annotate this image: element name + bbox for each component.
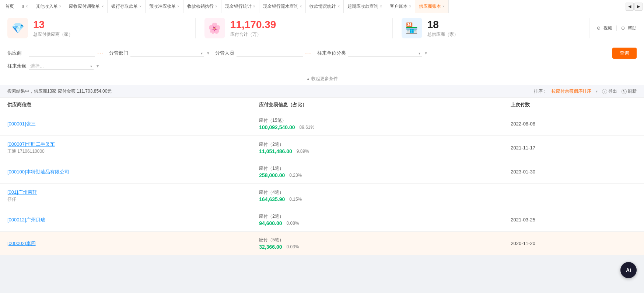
- table-row: [000012]广州贝瑞 应付（2笔） 94,600.00 0.08% 2021…: [0, 208, 644, 232]
- nav-tab-label: 首页: [5, 3, 14, 10]
- person-dots-btn[interactable]: ···: [305, 50, 311, 56]
- tx-amount[interactable]: 258,000.00: [259, 172, 285, 178]
- nav-tab-close[interactable]: ×: [409, 4, 411, 8]
- refresh-button[interactable]: ↻ 刷新: [622, 88, 637, 94]
- tx-amount[interactable]: 164,635.90: [259, 196, 285, 202]
- nav-tab-close[interactable]: ×: [253, 4, 255, 8]
- top-navigation: 首页3×其他收入单×应收应付调整单×银行存取款单×预收冲应收单×收款核销执行×现…: [0, 0, 644, 13]
- nav-tab-close[interactable]: ×: [177, 4, 179, 8]
- supplier-link[interactable]: [000100]本特勤油品有限公司: [7, 169, 69, 175]
- nav-tab-label: 收款情况统计: [309, 3, 336, 10]
- summary-card-payable-suppliers: 💎 13 总应付供应商（家）: [7, 18, 196, 38]
- nav-tab-close[interactable]: ×: [442, 4, 445, 8]
- table-row: [001]广州荣轩 仔仔 应付（4笔） 164,635.90 0.15%: [0, 184, 644, 208]
- nav-tab-cash-bank-stat[interactable]: 现金银行统计×: [221, 0, 259, 13]
- payable-total-label: 应付合计（万）: [230, 31, 276, 38]
- supplier-cell: [000002]李四: [7, 240, 259, 247]
- nav-tab-label: 供应商账本: [419, 3, 441, 10]
- collapse-bar[interactable]: ▲ 收起更多条件: [7, 73, 637, 85]
- sort-value[interactable]: 按应付余额倒序排序: [552, 88, 591, 94]
- nav-tab-label: 其他收入单: [36, 3, 58, 10]
- supplier-cell: [000100]本特勤油品有限公司: [7, 169, 259, 175]
- tx-label: 应付（5笔）: [259, 237, 511, 243]
- tx-amount[interactable]: 94,600.00: [259, 220, 282, 226]
- supplier-dots-btn[interactable]: ···: [97, 50, 103, 56]
- col-header-supplier: 供应商信息: [7, 101, 259, 108]
- supplier-link[interactable]: [000002]李四: [7, 241, 36, 246]
- supplier-cell: [000012]广州贝瑞: [7, 217, 259, 223]
- category-input[interactable]: [348, 49, 422, 57]
- query-button[interactable]: 查询: [612, 48, 637, 59]
- balance-input[interactable]: [29, 62, 94, 70]
- payable-total-icon: 🌸: [204, 18, 225, 38]
- export-icon: ↑: [602, 89, 607, 94]
- tx-percent: 9.89%: [297, 149, 309, 154]
- nav-tab-payable-adj[interactable]: 应收应付调整单×: [65, 0, 108, 13]
- dept-select-wrapper: [130, 49, 204, 57]
- nav-tab-close[interactable]: ×: [59, 4, 62, 8]
- col-header-last-pay: 上次付数: [511, 101, 637, 108]
- person-input[interactable]: [237, 49, 303, 57]
- tx-cell: 应付（2笔） 11,051,486.00 9.89%: [259, 141, 511, 154]
- balance-filter-label: 往来余额: [7, 63, 27, 69]
- nav-tab-bank-deposit[interactable]: 银行存取款单×: [108, 0, 146, 13]
- nav-tab-close[interactable]: ×: [215, 4, 217, 8]
- supplier-input[interactable]: [29, 49, 95, 57]
- nav-tab-receipt-verify[interactable]: 收款核销执行×: [183, 0, 221, 13]
- nav-tab-close[interactable]: ×: [380, 4, 382, 8]
- dept-dropdown-icon[interactable]: ▾: [207, 51, 209, 56]
- help-icon: ⊙: [621, 25, 625, 31]
- balance-filter-item: 往来余额 ▾: [7, 62, 99, 70]
- category-dropdown-icon[interactable]: ▾: [425, 51, 427, 56]
- summary-bar: 💎 13 总应付供应商（家） 🌸 11,170.39 应付合计（万） 🏪 18 …: [0, 13, 644, 43]
- nav-tab-label: 现金银行统计: [225, 3, 252, 10]
- dept-input[interactable]: [130, 49, 204, 57]
- category-filter-label: 往来单位分类: [317, 50, 346, 56]
- nav-arrow-right[interactable]: ▶: [634, 3, 643, 11]
- sort-dropdown-icon[interactable]: ▾: [596, 89, 598, 93]
- supplier-link[interactable]: [000012]广州贝瑞: [7, 217, 45, 223]
- balance-dropdown-icon[interactable]: ▾: [97, 63, 99, 69]
- nav-tab-overdue-query[interactable]: 超期应收款查询×: [344, 0, 386, 13]
- tx-cell: 应付（5笔） 32,366.00 0.03%: [259, 237, 511, 250]
- tx-percent: 0.03%: [286, 244, 299, 249]
- result-actions: 排序： 按应付余额倒序排序 ▾ ↑ 导出 ↻ 刷新: [534, 88, 637, 94]
- nav-tab-cash-bank-flow[interactable]: 现金银行流水查询×: [259, 0, 306, 13]
- help-link[interactable]: 帮助: [628, 25, 637, 31]
- nav-tab-close[interactable]: ×: [300, 4, 302, 8]
- last-pay-cell: 2023-01-30: [511, 169, 637, 175]
- nav-tab-customer-acct[interactable]: 客户账本×: [386, 0, 415, 13]
- nav-tab-close[interactable]: ×: [337, 4, 340, 8]
- nav-tab-tab3[interactable]: 3×: [18, 0, 32, 13]
- video-link[interactable]: 视频: [603, 25, 612, 31]
- nav-tab-home[interactable]: 首页: [1, 0, 18, 13]
- tx-amount[interactable]: 32,366.00: [259, 244, 282, 250]
- nav-tab-label: 银行存取款单: [111, 3, 138, 10]
- nav-tab-supplier-acct[interactable]: 供应商账本×: [415, 0, 449, 13]
- nav-tab-receipt-stat[interactable]: 收款情况统计×: [306, 0, 344, 13]
- supplier-link[interactable]: [000007]恒旺二手叉车: [7, 141, 55, 147]
- last-pay-cell: 2020-11-20: [511, 241, 637, 246]
- export-button[interactable]: ↑ 导出: [602, 88, 617, 94]
- nav-tab-close[interactable]: ×: [26, 4, 28, 8]
- summary-card-total-suppliers: 🏪 18 总供应商（家）: [393, 18, 590, 38]
- category-filter-item: 往来单位分类 ▾: [317, 49, 427, 57]
- sort-label: 排序：: [534, 88, 547, 94]
- tx-amount[interactable]: 11,051,486.00: [259, 148, 292, 154]
- nav-tab-other-income[interactable]: 其他收入单×: [32, 0, 66, 13]
- nav-arrow-left[interactable]: ◀: [626, 3, 634, 11]
- tx-amount[interactable]: 100,092,540.00: [259, 124, 295, 130]
- refresh-label: 刷新: [628, 88, 637, 94]
- tx-percent: 89.61%: [300, 125, 315, 130]
- table-body: [000001]张三 应付（15笔） 100,092,540.00 89.61%…: [0, 112, 644, 255]
- supplier-link[interactable]: [000001]张三: [7, 121, 36, 127]
- supplier-sub: 王通 17106110000: [7, 148, 259, 155]
- tx-cell: 应付（1笔） 258,000.00 0.23%: [259, 165, 511, 178]
- nav-tab-prepaid[interactable]: 预收冲应收单×: [146, 0, 183, 13]
- nav-tab-close[interactable]: ×: [101, 4, 104, 8]
- supplier-link[interactable]: [001]广州荣轩: [7, 189, 37, 195]
- nav-arrows: ◀ ▶: [626, 3, 643, 11]
- last-pay-cell: 2021-11-17: [511, 145, 637, 151]
- total-suppliers-label: 总供应商（家）: [427, 31, 458, 38]
- nav-tab-close[interactable]: ×: [139, 4, 141, 8]
